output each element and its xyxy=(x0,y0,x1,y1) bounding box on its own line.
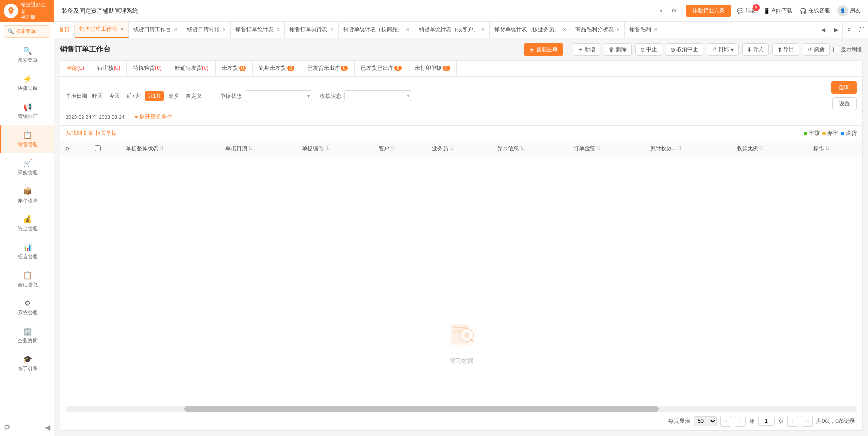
show-detail-checkbox[interactable] xyxy=(833,47,839,52)
sort-icon[interactable]: ⇅ xyxy=(759,145,764,152)
batch-cancel-btn[interactable]: 弃审 xyxy=(822,129,838,137)
tab-shipment-stats-staff[interactable]: 销货单统计表（按业务员）✕ xyxy=(490,22,571,38)
print-btn[interactable]: 🖨 打印 ▾ xyxy=(707,43,739,56)
search-menu-button[interactable]: 🔍 搜索菜单 xyxy=(4,25,50,38)
first-page-btn[interactable]: ⟨⟨ xyxy=(720,416,731,427)
tab-close-icon[interactable]: ✕ xyxy=(276,27,280,32)
tab-cash-reconcile[interactable]: 钱货日清对账✕ xyxy=(182,22,231,38)
tab-close-icon[interactable]: ✕ xyxy=(406,27,409,32)
sidebar-item-purchase[interactable]: 🛒采购管理 xyxy=(0,153,54,181)
tab-close-icon[interactable]: ✕ xyxy=(481,27,485,32)
app-download[interactable]: 📱 App下载 xyxy=(763,7,792,14)
sub-tab-pending-review[interactable]: 待审核(0) xyxy=(91,61,127,76)
date-opt-自定义[interactable]: 自定义 xyxy=(184,91,204,101)
tab-sales-workbench[interactable]: 销售订单工作台✕ xyxy=(75,22,129,38)
sort-icon[interactable]: ⇅ xyxy=(248,145,253,152)
date-opt-更多[interactable]: 更多 xyxy=(167,91,181,101)
col-settings-icon[interactable]: ⚙ xyxy=(65,146,70,152)
tab-sales-gross[interactable]: 销售毛利✕ xyxy=(625,22,662,38)
table-scroll[interactable]: ⚙单据整体状态⇅单据日期⇅单据编号⇅客户⇅业务员⇅异常信息⇅订单金额⇅累计收款.… xyxy=(60,141,862,274)
sub-tab-not-printed[interactable]: 未打印单据0 xyxy=(408,61,457,76)
tab-close-icon[interactable]: ✕ xyxy=(330,27,334,32)
refresh-btn[interactable]: ↺ 刷新 xyxy=(803,43,830,56)
experience-btn[interactable]: 体验行业方案 xyxy=(686,5,731,17)
tab-shipment-stats-product[interactable]: 销货单统计表（按商品）✕ xyxy=(339,22,414,38)
user-menu[interactable]: 👤 用友 xyxy=(837,5,861,16)
batch-ship-btn[interactable]: 发货 xyxy=(841,129,857,137)
settings-icon[interactable]: ⚙ xyxy=(4,423,10,431)
date-opt-近7天[interactable]: 近7天 xyxy=(125,91,142,101)
sub-tab-not-shipped[interactable]: 未发货0 xyxy=(216,61,253,76)
sidebar-item-inventory[interactable]: 📦库存核算 xyxy=(0,181,54,209)
tab-prev-btn[interactable]: ◀ xyxy=(817,22,830,38)
sidebar-item-operations[interactable]: 📊经营管理 xyxy=(0,237,54,265)
tab-next-btn[interactable]: ▶ xyxy=(830,22,843,38)
sub-tab-overdue-ship[interactable]: 到期未发货0 xyxy=(253,61,301,76)
sidebar-item-system[interactable]: ⚙系统管理 xyxy=(0,294,54,322)
query-btn[interactable]: 查询 xyxy=(831,81,857,94)
sort-icon[interactable]: ⇅ xyxy=(325,145,329,152)
status-select[interactable] xyxy=(245,90,312,101)
stop-btn[interactable]: ⊙ 中止 xyxy=(635,43,662,56)
tab-close-icon[interactable]: ✕ xyxy=(562,27,566,32)
sidebar-item-guide[interactable]: 🎓新手引导 xyxy=(0,350,54,378)
sidebar-search-section[interactable]: 🔍 搜索菜单 xyxy=(0,22,54,41)
tab-close-icon[interactable]: ✕ xyxy=(654,27,657,32)
sort-icon[interactable]: ⇅ xyxy=(390,145,395,152)
tab-home[interactable]: 首页 xyxy=(54,22,75,38)
payment-select[interactable] xyxy=(344,90,412,101)
last-page-btn[interactable]: ⟩⟩ xyxy=(802,416,813,427)
import-btn[interactable]: ⬇ 导入 xyxy=(742,43,769,56)
tab-fullscreen-btn[interactable]: ⛶ xyxy=(855,22,868,38)
tab-shipment-stats-customer[interactable]: 销货单统计表（按客户）✕ xyxy=(414,22,490,38)
page-input[interactable] xyxy=(758,417,775,426)
sidebar-item-quick-nav[interactable]: ⚡快捷导航 xyxy=(0,69,54,97)
date-opt-今天[interactable]: 今天 xyxy=(107,91,122,101)
tab-sales-exec[interactable]: 销售订单执行表✕ xyxy=(285,22,339,38)
cancel-stop-btn[interactable]: ⊘ 取消中止 xyxy=(666,43,703,56)
online-service[interactable]: 🎧 在线客服 xyxy=(800,7,830,14)
sub-tab-pending-check[interactable]: 待拣验货(0) xyxy=(127,61,168,76)
prev-page-btn[interactable]: ⟨ xyxy=(735,416,746,427)
smart-create-btn[interactable]: ★ 智能生单 xyxy=(524,43,563,56)
topbar-settings-icon[interactable]: ⚙ xyxy=(668,5,681,17)
show-detail-label[interactable]: 显示明细 xyxy=(833,46,863,53)
page-size-select[interactable]: 50 100 200 xyxy=(694,416,717,426)
sidebar-item-basic[interactable]: 📋基础信息 xyxy=(0,265,54,294)
sort-icon[interactable]: ⇅ xyxy=(825,145,830,152)
date-opt-近1月[interactable]: 近1月 xyxy=(145,91,164,101)
delete-btn[interactable]: 🗑 删除 xyxy=(604,43,632,56)
sidebar-item-finance[interactable]: 💰资金管理 xyxy=(0,209,54,237)
sub-tab-wangpu-ship[interactable]: 旺铺待发货(0) xyxy=(168,61,216,76)
add-btn[interactable]: ＋ 新增 xyxy=(573,43,600,56)
tab-close-all-btn[interactable]: ✕ xyxy=(843,22,855,38)
horizontal-scrollbar[interactable] xyxy=(66,406,857,412)
export-btn[interactable]: ⬆ 导出 xyxy=(772,43,799,56)
sort-icon[interactable]: ⇅ xyxy=(449,145,454,152)
sidebar-item-enterprise[interactable]: 🏢企业协同 xyxy=(0,322,54,350)
sort-icon[interactable]: ⇅ xyxy=(159,145,164,152)
expand-filter-btn[interactable]: ▾ 展开更多条件 xyxy=(135,113,172,121)
sort-icon[interactable]: ⇅ xyxy=(596,145,601,152)
sidebar-item-sales[interactable]: 📋销售管理 xyxy=(0,125,54,153)
topbar-dropdown-icon[interactable]: ▾ xyxy=(660,8,662,14)
tab-gross-profit[interactable]: 商品毛利分析表✕ xyxy=(571,22,625,38)
sub-tab-shipped-not-out[interactable]: 已发货未出库0 xyxy=(301,61,355,76)
batch-review-btn[interactable]: 审核 xyxy=(804,129,820,137)
tab-sales-stats[interactable]: 销售订单统计表✕ xyxy=(231,22,285,38)
sub-tab-shipped-out[interactable]: 已发货已出库0 xyxy=(355,61,408,76)
scrollbar-thumb[interactable] xyxy=(184,406,659,412)
tab-close-icon[interactable]: ✕ xyxy=(616,27,620,32)
sort-icon[interactable]: ⇅ xyxy=(520,145,524,152)
collapse-icon[interactable]: ◀ xyxy=(45,423,50,431)
sort-icon[interactable]: ⇅ xyxy=(677,145,682,152)
sidebar-item-search[interactable]: 🔍搜索菜单 xyxy=(0,41,54,69)
settings-btn[interactable]: 设置 xyxy=(832,97,857,110)
sidebar-item-marketing[interactable]: 📢营销推广 xyxy=(0,97,54,125)
tab-close-icon[interactable]: ✕ xyxy=(120,27,124,32)
sub-tab-all[interactable]: 全部(0) xyxy=(60,61,91,76)
tab-close-icon[interactable]: ✕ xyxy=(174,27,177,32)
date-opt-昨天[interactable]: 昨天 xyxy=(90,91,105,101)
tab-close-icon[interactable]: ✕ xyxy=(222,27,226,32)
next-page-btn[interactable]: ⟩ xyxy=(787,416,798,427)
